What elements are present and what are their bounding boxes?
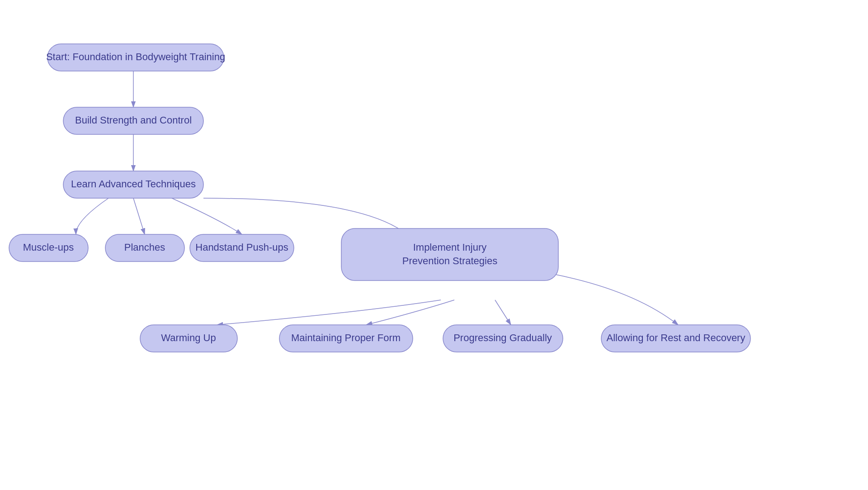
node-injury-label-1: Implement Injury — [413, 242, 487, 253]
arrow-advanced-planches — [133, 198, 145, 234]
node-injury — [341, 228, 558, 281]
node-start-label: Start: Foundation in Bodyweight Training — [46, 51, 225, 62]
node-strength-label: Build Strength and Control — [75, 114, 192, 126]
arrow-injury-progress — [495, 300, 511, 325]
node-injury-label-2: Prevention Strategies — [402, 255, 497, 266]
arrow-injury-rest — [552, 274, 678, 325]
arrow-advanced-handstand — [172, 198, 242, 234]
flowchart-diagram: Start: Foundation in Bodyweight Training… — [0, 0, 868, 490]
node-warmup-label: Warming Up — [161, 332, 216, 343]
node-muscle-label: Muscle-ups — [23, 242, 74, 253]
arrow-injury-form — [366, 300, 454, 325]
arrow-injury-warmup — [217, 300, 441, 325]
node-progress-label: Progressing Gradually — [453, 332, 552, 343]
node-rest-label: Allowing for Rest and Recovery — [607, 332, 745, 343]
node-planches-label: Planches — [124, 242, 165, 253]
node-handstand-label: Handstand Push-ups — [195, 242, 288, 253]
arrow-advanced-muscle — [76, 198, 108, 234]
node-advanced-label: Learn Advanced Techniques — [71, 178, 196, 190]
node-form-label: Maintaining Proper Form — [291, 332, 401, 343]
